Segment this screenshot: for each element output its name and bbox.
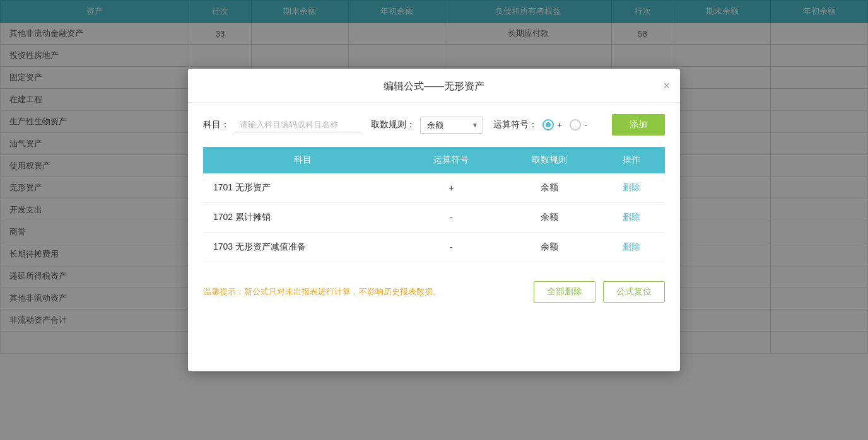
radio-minus-circle [570, 119, 581, 130]
delete-row-button[interactable]: 删除 [623, 241, 640, 253]
rule-cell: 余额 [500, 203, 598, 233]
modal-overlay: 编辑公式——无形资产 × 科目： 取数规则： 余额 借方 贷方 借方累计 [0, 0, 868, 440]
delete-all-button[interactable]: 全部删除 [534, 281, 595, 303]
th-subject: 科目 [203, 147, 402, 173]
rule-field: 取数规则： 余额 借方 贷方 借方累计 贷方累计 ▼ [371, 117, 483, 134]
rule-cell: 余额 [500, 173, 598, 203]
subject-label: 科目： [203, 119, 230, 130]
radio-plus-label: + [557, 120, 562, 130]
subject-cell: 1702 累计摊销 [203, 203, 402, 233]
delete-row-button[interactable]: 删除 [623, 182, 640, 194]
form-row: 科目： 取数规则： 余额 借方 贷方 借方累计 贷方累计 ▼ [188, 103, 680, 147]
rule-select-wrapper: 余额 借方 贷方 借方累计 贷方累计 ▼ [420, 117, 483, 134]
rule-label: 取数规则： [371, 119, 415, 130]
subject-input[interactable] [235, 117, 361, 132]
table-row: 1701 无形资产 + 余额 删除 [203, 173, 665, 203]
modal-footer: 温馨提示：新公式只对未出报表进行计算，不影响历史报表数据。 全部删除 公式复位 [188, 269, 680, 309]
add-button[interactable]: 添加 [612, 114, 665, 136]
th-operator: 运算符号 [402, 147, 500, 173]
table-row: 1703 无形资产减值准备 - 余额 删除 [203, 233, 665, 262]
modal-dialog: 编辑公式——无形资产 × 科目： 取数规则： 余额 借方 贷方 借方累计 [188, 69, 680, 371]
delete-row-button[interactable]: 删除 [623, 212, 640, 223]
modal-title: 编辑公式——无形资产 [384, 80, 484, 93]
subject-cell: 1703 无形资产减值准备 [203, 233, 402, 262]
operator-field: 运算符号： + - [493, 119, 587, 130]
table-row: 1702 累计摊销 - 余额 删除 [203, 203, 665, 233]
action-cell: 删除 [598, 233, 665, 262]
action-cell: 删除 [598, 173, 665, 203]
rule-cell: 余额 [500, 233, 598, 262]
operator-cell: + [402, 173, 500, 203]
modal-header: 编辑公式——无形资产 × [188, 69, 680, 103]
th-rule: 取数规则 [500, 147, 598, 173]
radio-group: + - [542, 119, 587, 130]
subject-field: 科目： [203, 117, 361, 132]
table-header-row: 科目 运算符号 取数规则 操作 [203, 147, 665, 173]
action-cell: 删除 [598, 203, 665, 233]
footer-hint: 温馨提示：新公式只对未出报表进行计算，不影响历史报表数据。 [203, 286, 441, 298]
subject-cell: 1701 无形资产 [203, 173, 402, 203]
data-table: 科目 运算符号 取数规则 操作 1701 无形资产 + 余额 删除 1702 累… [203, 147, 665, 262]
th-action: 操作 [598, 147, 665, 173]
operator-cell: - [402, 233, 500, 262]
close-button[interactable]: × [663, 80, 670, 91]
operator-cell: - [402, 203, 500, 233]
radio-plus-circle [542, 119, 554, 130]
radio-plus[interactable]: + [542, 119, 562, 130]
footer-buttons: 全部删除 公式复位 [534, 281, 665, 303]
radio-minus[interactable]: - [570, 119, 587, 130]
rule-select[interactable]: 余额 借方 贷方 借方累计 贷方累计 [420, 117, 483, 134]
operator-label: 运算符号： [493, 119, 537, 130]
radio-minus-label: - [584, 120, 587, 130]
reset-button[interactable]: 公式复位 [603, 281, 665, 303]
